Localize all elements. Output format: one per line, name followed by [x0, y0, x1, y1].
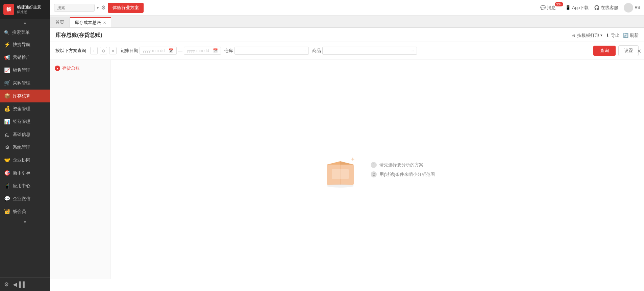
print-template-btn[interactable]: 🖨 按模板打印 ▾	[571, 32, 602, 39]
industry-solution-btn[interactable]: 体验行业方案	[108, 3, 144, 13]
search-icon: 🔍	[4, 30, 9, 35]
svg-text:✦: ✦	[350, 156, 355, 162]
sidebar-scroll-up[interactable]: ▲	[0, 19, 50, 27]
finance-icon: 💰	[4, 106, 10, 112]
sidebar-item-quick-nav[interactable]: ⚡ 快捷导航	[0, 38, 50, 51]
online-service-btn[interactable]: 🎧 在线客服	[594, 5, 618, 11]
sidebar: 畅 畅捷通好生意 标准版 ▲ 🔍 搜索菜单 ⚡ 快捷导航 📢 营销推广 📈 销售…	[0, 0, 50, 291]
sidebar-item-system[interactable]: ⚙ 系统管理	[0, 141, 50, 154]
page-title: 库存总账(存货总账)	[55, 32, 102, 39]
scheme-active-icon: ●	[55, 66, 60, 71]
topbar: ▾ ⚙ 体验行业方案 💬 消息 99+ 📱 App下载 🎧 在线客服 Rit	[50, 0, 644, 16]
sidebar-item-sales[interactable]: 📈 销售管理	[0, 64, 50, 77]
sidebar-item-marketing[interactable]: 📢 营销推广	[0, 51, 50, 64]
sidebar-item-membership[interactable]: 👑 畅会员	[0, 205, 50, 218]
scheme-sidebar: ● 存货总账	[50, 60, 111, 279]
app-download-btn[interactable]: 📱 App下载	[565, 5, 589, 11]
date-separator: —	[178, 48, 182, 53]
topbar-settings-btn[interactable]: ⚙	[101, 4, 106, 11]
warehouse-input[interactable]: ···	[234, 47, 309, 55]
system-icon: ⚙	[4, 144, 10, 150]
sidebar-item-cooperation[interactable]: 🤝 企业协同	[0, 154, 50, 167]
product-more-icon[interactable]: ···	[411, 48, 414, 53]
svg-rect-4	[332, 169, 349, 179]
user-avatar	[624, 3, 633, 13]
messages-btn[interactable]: 💬 消息 99+	[540, 5, 560, 11]
export-btn[interactable]: ⬇ 导出	[606, 32, 620, 39]
breadcrumb-chevron-icon[interactable]: ▾	[97, 5, 99, 10]
basic-info-icon: 🗂	[4, 131, 10, 138]
sidebar-item-inventory[interactable]: 📦 库存核算	[0, 90, 50, 102]
svg-marker-1	[327, 161, 340, 165]
sidebar-footer: ⚙ ◀▐▐	[0, 277, 50, 291]
date-filter-group: 记账日期 yyyy-mm-dd 📅 — yyyy-mm-dd 📅	[121, 47, 221, 55]
filter-settings-btn[interactable]: 设置	[618, 45, 639, 56]
filter-bar: 按以下方案查询 + ⊙ « 记账日期 yyyy-mm-dd 📅 — yyyy-m…	[50, 42, 644, 60]
page-area: 库存总账(存货总账) 🖨 按模板打印 ▾ ⬇ 导出 🔄 刷新 按以下方案查询	[50, 28, 644, 291]
headset-icon: 🎧	[594, 5, 599, 10]
sidebar-item-basic-info[interactable]: 🗂 基础信息	[0, 128, 50, 141]
date-field-label: 记账日期	[121, 48, 138, 54]
calendar-start-icon[interactable]: 📅	[169, 48, 174, 53]
hint-num-1: 1	[371, 162, 377, 168]
sidebar-item-operations[interactable]: 📊 经营管理	[0, 115, 50, 128]
sidebar-item-new-guide[interactable]: 🎯 新手引导	[0, 167, 50, 179]
filter-fields: 记账日期 yyyy-mm-dd 📅 — yyyy-mm-dd 📅 仓库	[121, 47, 589, 55]
date-start-input[interactable]: yyyy-mm-dd 📅	[140, 47, 177, 55]
empty-illustration: ✦	[320, 149, 361, 190]
tab-home[interactable]: 首页	[50, 17, 70, 27]
tab-inventory-ledger[interactable]: 库存成本总账 ✕	[70, 17, 111, 27]
filter-actions: + ⊙ «	[90, 47, 117, 54]
tab-close-btn[interactable]: ✕	[103, 21, 106, 25]
content-area: ✦ 1 请先选择要分析的方案 2 用[过滤]条件来缩小分析范围	[111, 60, 644, 279]
purchase-icon: 🛒	[4, 80, 10, 86]
filter-collapse-btn[interactable]: «	[109, 47, 117, 54]
scheme-panel: ● 存货总账	[50, 60, 644, 279]
user-info-btn[interactable]: Rit	[624, 3, 640, 13]
filter-config-btn[interactable]: ⊙	[100, 47, 107, 54]
sidebar-scroll-down[interactable]: ▼	[0, 218, 50, 226]
page-header-actions: 🖨 按模板打印 ▾ ⬇ 导出 🔄 刷新	[571, 32, 639, 39]
print-icon: 🖨	[571, 33, 576, 38]
cooperation-icon: 🤝	[4, 157, 10, 163]
logo-icon: 畅	[3, 4, 14, 15]
panel-expand-btn[interactable]: ⤢	[630, 48, 634, 53]
sidebar-search[interactable]: 🔍 搜索菜单	[0, 27, 50, 38]
operations-icon: 📊	[4, 119, 10, 125]
enterprise-wechat-icon: 💬	[4, 196, 10, 202]
sidebar-item-finance[interactable]: 💰 资金管理	[0, 102, 50, 115]
date-end-input[interactable]: yyyy-mm-dd 📅	[184, 47, 221, 55]
scheme-item-inventory-general[interactable]: ● 存货总账	[50, 63, 110, 74]
empty-hint-1: 1 请先选择要分析的方案	[371, 162, 435, 168]
mute-footer-btn[interactable]: ◀▐▐	[13, 281, 25, 288]
warehouse-more-icon[interactable]: ···	[302, 48, 306, 53]
sidebar-item-purchase[interactable]: 🛒 采购管理	[0, 77, 50, 90]
sidebar-item-app-center[interactable]: 📱 应用中心	[0, 179, 50, 192]
tabbar: 首页 库存成本总账 ✕	[50, 16, 644, 28]
product-label: 商品	[312, 48, 321, 54]
topbar-right: 💬 消息 99+ 📱 App下载 🎧 在线客服 Rit	[540, 3, 640, 13]
empty-svg: ✦	[320, 149, 361, 190]
export-icon: ⬇	[606, 33, 610, 38]
print-chevron-icon: ▾	[600, 33, 602, 38]
sidebar-logo: 畅 畅捷通好生意 标准版	[0, 0, 50, 19]
empty-hint-2: 2 用[过滤]条件来缩小分析范围	[371, 171, 435, 177]
breadcrumb-input[interactable]	[54, 4, 95, 12]
sales-icon: 📈	[4, 67, 10, 73]
query-btn[interactable]: 查询	[593, 46, 616, 56]
membership-icon: 👑	[4, 209, 10, 215]
empty-state: ✦ 1 请先选择要分析的方案 2 用[过滤]条件来缩小分析范围	[320, 149, 435, 190]
product-input[interactable]: ···	[322, 47, 417, 55]
inventory-icon: 📦	[4, 93, 10, 99]
message-icon: 💬	[540, 5, 546, 10]
marketing-icon: 📢	[4, 54, 10, 60]
refresh-btn[interactable]: 🔄 刷新	[623, 32, 639, 39]
logo-text: 畅捷通好生意 标准版	[17, 5, 41, 15]
filter-label: 按以下方案查询	[55, 48, 86, 54]
filter-add-btn[interactable]: +	[90, 47, 98, 54]
empty-hints: 1 请先选择要分析的方案 2 用[过滤]条件来缩小分析范围	[371, 162, 435, 177]
sidebar-item-enterprise-wechat[interactable]: 💬 企业微信	[0, 192, 50, 205]
calendar-end-icon[interactable]: 📅	[213, 48, 218, 53]
settings-footer-btn[interactable]: ⚙	[4, 281, 9, 288]
panel-close-btn[interactable]: ✕	[637, 48, 641, 54]
